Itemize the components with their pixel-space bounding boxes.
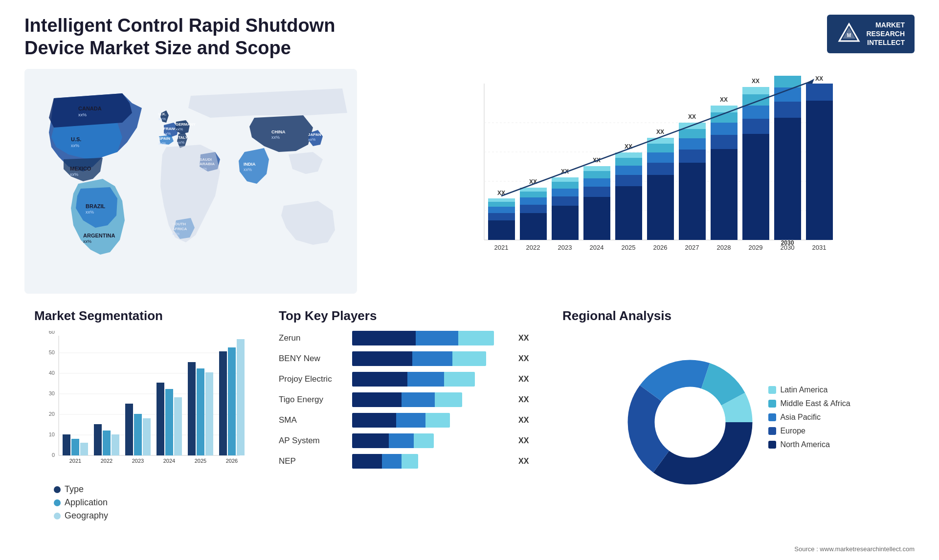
legend-application-dot — [54, 499, 61, 506]
svg-rect-75 — [647, 144, 674, 152]
page-container: Intelligent Control Rapid Shutdown Devic… — [0, 0, 939, 560]
svg-text:2029: 2029 — [749, 244, 763, 251]
player-row: Projoy Electric XX — [279, 372, 533, 387]
svg-text:xx%: xx% — [86, 210, 94, 215]
legend-latin-america-color — [768, 386, 776, 394]
regional-section: Regional Analysis — [553, 303, 915, 509]
player-name: SMA — [279, 415, 347, 425]
svg-rect-81 — [679, 129, 706, 138]
svg-text:INDIA: INDIA — [244, 162, 256, 167]
svg-text:2021: 2021 — [69, 458, 81, 464]
legend-europe: Europe — [768, 427, 850, 435]
player-bar-container — [352, 392, 510, 407]
svg-rect-51 — [520, 192, 547, 197]
player-row: NEP XX — [279, 454, 533, 469]
logo-text: MARKET RESEARCH INTELLECT — [866, 21, 905, 47]
svg-rect-132 — [71, 439, 79, 455]
players-title: Top Key Players — [279, 308, 533, 323]
svg-text:xx%: xx% — [78, 112, 87, 117]
svg-rect-72 — [647, 175, 674, 240]
svg-rect-49 — [520, 205, 547, 213]
player-name: Projoy Electric — [279, 374, 347, 384]
svg-rect-94 — [742, 87, 769, 94]
svg-text:xx%: xx% — [71, 143, 79, 148]
svg-rect-133 — [80, 443, 88, 455]
header: Intelligent Control Rapid Shutdown Devic… — [24, 15, 915, 59]
svg-rect-68 — [615, 166, 642, 175]
svg-text:U.S.: U.S. — [71, 136, 81, 142]
svg-rect-62 — [583, 178, 610, 187]
svg-text:60: 60 — [49, 331, 55, 335]
legend-middle-east-africa: Middle East & Africa — [768, 399, 850, 408]
svg-rect-73 — [647, 163, 674, 175]
main-content: CANADA xx% U.S. xx% MEXICO xx% BRAZIL xx… — [24, 69, 915, 294]
player-value: XX — [518, 334, 533, 343]
logo: M MARKET RESEARCH INTELLECT — [827, 15, 915, 53]
svg-rect-143 — [156, 383, 164, 455]
legend-asia-pacific: Asia Pacific — [768, 413, 850, 422]
legend-geography-dot — [54, 513, 61, 519]
player-bar-container — [352, 331, 510, 345]
svg-text:2026: 2026 — [226, 458, 238, 464]
svg-rect-115 — [806, 84, 833, 101]
svg-text:2024: 2024 — [163, 458, 175, 464]
svg-text:M: M — [847, 33, 851, 38]
svg-rect-148 — [197, 368, 204, 455]
svg-rect-55 — [552, 196, 579, 206]
svg-point-160 — [655, 387, 725, 457]
regional-title: Regional Analysis — [562, 308, 905, 323]
svg-rect-141 — [143, 418, 151, 455]
bar-chart-svg: XX XX XX XX — [396, 74, 905, 279]
svg-rect-46 — [488, 198, 515, 202]
svg-text:2026: 2026 — [653, 244, 668, 251]
svg-text:2028: 2028 — [717, 244, 731, 251]
player-bar-container — [352, 433, 510, 448]
svg-text:xx%: xx% — [83, 239, 91, 244]
bar-chart-section: XX XX XX XX — [367, 69, 915, 294]
svg-text:MEXICO: MEXICO — [70, 166, 91, 172]
svg-rect-85 — [711, 135, 738, 149]
svg-rect-96 — [774, 118, 801, 240]
svg-text:CHINA: CHINA — [271, 129, 286, 134]
legend-asia-pacific-label: Asia Pacific — [780, 413, 821, 422]
player-name: BENY New — [279, 354, 347, 364]
svg-rect-149 — [205, 372, 213, 455]
svg-text:CANADA: CANADA — [78, 106, 102, 111]
regional-legend: Latin America Middle East & Africa Asia … — [768, 386, 850, 449]
svg-rect-91 — [742, 119, 769, 134]
svg-text:40: 40 — [49, 370, 55, 376]
svg-rect-64 — [583, 166, 610, 171]
player-name: Tigo Energy — [279, 395, 347, 405]
svg-text:2022: 2022 — [526, 244, 540, 251]
svg-text:30: 30 — [49, 390, 55, 396]
legend-latin-america-label: Latin America — [780, 386, 827, 394]
svg-rect-152 — [228, 347, 236, 455]
svg-rect-131 — [63, 434, 70, 455]
legend-type-dot — [54, 486, 61, 493]
player-value: XX — [518, 436, 533, 445]
svg-rect-80 — [679, 138, 706, 150]
svg-rect-78 — [679, 163, 706, 240]
svg-text:0: 0 — [52, 452, 55, 458]
svg-rect-135 — [94, 424, 102, 455]
svg-rect-139 — [125, 404, 133, 455]
player-name: NEP — [279, 456, 347, 466]
svg-rect-79 — [679, 150, 706, 163]
svg-rect-88 — [711, 106, 738, 112]
seg-legend: Type Application Geography — [34, 484, 249, 521]
player-row: Tigo Energy XX — [279, 392, 533, 407]
svg-text:xx%: xx% — [308, 137, 315, 142]
svg-text:XX: XX — [656, 129, 664, 135]
svg-text:XX: XX — [720, 96, 728, 103]
player-row: AP System XX — [279, 433, 533, 448]
svg-text:xx%: xx% — [158, 117, 166, 121]
svg-text:xx%: xx% — [158, 141, 166, 146]
svg-text:xx%: xx% — [176, 127, 183, 131]
svg-rect-67 — [615, 175, 642, 186]
svg-rect-114 — [806, 101, 833, 240]
player-bar-container — [352, 454, 510, 469]
player-value: XX — [518, 354, 533, 363]
svg-rect-74 — [647, 152, 674, 163]
svg-rect-45 — [488, 202, 515, 207]
svg-text:2023: 2023 — [132, 458, 144, 464]
